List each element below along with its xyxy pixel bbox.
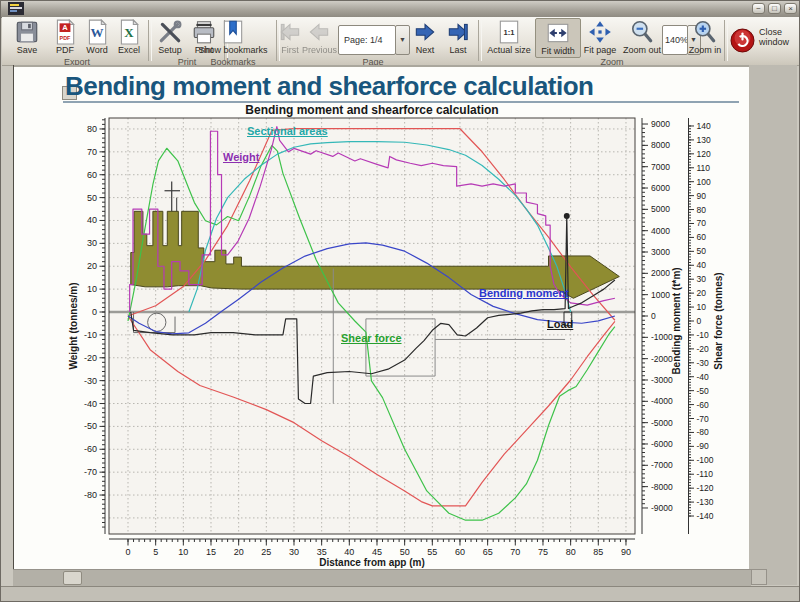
zoom-out-button[interactable]: Zoom out xyxy=(620,18,664,56)
chevron-down-icon: ▼ xyxy=(399,36,406,43)
svg-text:X: X xyxy=(124,25,134,40)
svg-text:PDF: PDF xyxy=(60,35,72,41)
pdf-icon: A PDF xyxy=(52,19,78,45)
excel-button[interactable]: X Excel xyxy=(112,18,146,56)
svg-text:1:1: 1:1 xyxy=(504,28,515,37)
first-page-button[interactable]: First xyxy=(275,18,305,56)
save-icon xyxy=(14,19,40,45)
scrollbar-thumb[interactable] xyxy=(63,571,82,585)
fit-page-button[interactable]: Fit page xyxy=(581,18,619,56)
report-page xyxy=(14,67,749,569)
zoom-in-button[interactable]: Zoom in xyxy=(687,18,723,56)
word-icon: W xyxy=(84,19,110,45)
excel-icon: X xyxy=(116,19,142,45)
close-window-button[interactable]: Close window xyxy=(726,19,798,61)
first-icon xyxy=(277,19,303,45)
curve-label-bending-moment: Bending moment xyxy=(479,287,569,299)
toolbar-separator xyxy=(148,20,152,61)
page-dropdown-button[interactable]: ▼ xyxy=(395,25,410,55)
curve-label-weight: Weight xyxy=(223,151,259,163)
bookmark-icon xyxy=(220,19,246,45)
curve-label-load: Load xyxy=(547,318,573,330)
preview-left-border xyxy=(13,65,14,585)
actual-size-button[interactable]: 1:1 Actual size xyxy=(484,18,534,56)
setup-icon xyxy=(157,19,183,45)
fit-page-icon xyxy=(587,19,613,45)
toolbar-separator xyxy=(478,20,482,61)
previous-icon xyxy=(306,19,332,45)
pdf-button[interactable]: A PDF PDF xyxy=(48,18,82,56)
maximize-button[interactable]: □ xyxy=(768,3,781,14)
word-button[interactable]: W Word xyxy=(80,18,114,56)
window-controls: − □ × xyxy=(752,3,797,14)
svg-text:W: W xyxy=(91,25,104,40)
page-number-field[interactable]: Page: 1/4 xyxy=(338,25,396,55)
next-icon xyxy=(412,19,438,45)
title-bar[interactable]: − □ × xyxy=(1,1,800,18)
previous-page-button[interactable]: Previous xyxy=(302,18,336,56)
app-icon xyxy=(8,2,24,15)
fit-width-icon xyxy=(545,20,571,46)
zoom-in-icon xyxy=(692,19,718,45)
curve-label-shear-force: Shear force xyxy=(341,332,402,344)
report-heading: Bending moment and shearforce calculatio… xyxy=(65,71,594,102)
window-bottom-frame xyxy=(1,586,800,602)
scrollbar-corner xyxy=(751,569,767,585)
minimize-button[interactable]: − xyxy=(752,3,765,14)
preview-right-margin xyxy=(749,65,797,585)
actual-size-icon: 1:1 xyxy=(496,19,522,45)
zoom-out-icon xyxy=(629,19,655,45)
chart-title: Bending moment and shearforce calculatio… xyxy=(172,103,572,117)
close-button[interactable]: × xyxy=(784,3,797,14)
next-page-button[interactable]: Next xyxy=(409,18,441,56)
last-page-button[interactable]: Last xyxy=(443,18,473,56)
svg-text:A: A xyxy=(62,23,68,32)
toolbar: Save A PDF PDF W Word X xyxy=(2,17,799,66)
fit-width-button[interactable]: Fit width xyxy=(535,18,581,58)
save-button[interactable]: Save xyxy=(10,18,44,56)
report-preview-window: − □ × Save A PDF PDF xyxy=(0,0,800,602)
close-window-icon xyxy=(729,27,756,54)
curve-label-sectional-areas: Sectional areas xyxy=(247,125,328,137)
zoom-level-field[interactable]: 140% xyxy=(662,25,688,55)
setup-button[interactable]: Setup xyxy=(154,18,186,56)
last-icon xyxy=(445,19,471,45)
show-bookmarks-button[interactable]: Show bookmarks xyxy=(195,18,271,56)
horizontal-scrollbar[interactable] xyxy=(13,569,751,587)
